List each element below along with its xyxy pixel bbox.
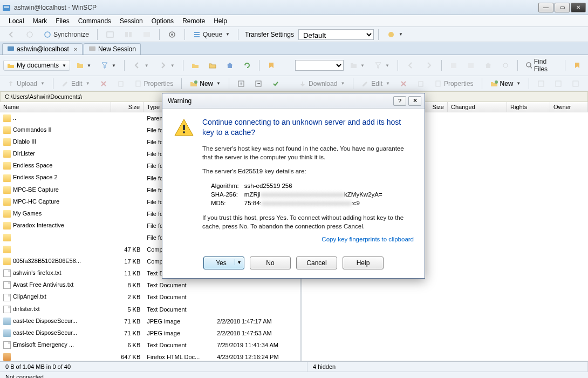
text-icon bbox=[3, 281, 11, 289]
dialog-heading: Continue connecting to an unknown server… bbox=[202, 117, 414, 138]
window-title: ashwin@localhost - WinSCP bbox=[14, 4, 538, 11]
remote-parent-button: ▼ bbox=[346, 60, 368, 71]
file-row[interactable]: east-tec DisposeSecur...71 KBJPEG image2… bbox=[0, 327, 300, 339]
new-button-right[interactable]: New▼ bbox=[487, 78, 525, 89]
menu-mark[interactable]: Mark bbox=[29, 16, 52, 26]
remote-folder-new bbox=[446, 60, 461, 71]
svg-rect-21 bbox=[136, 81, 140, 86]
file-row[interactable]: ClipAngel.txt2 KBText Document bbox=[0, 291, 300, 303]
status-hidden: 4 hidden bbox=[307, 362, 588, 372]
image-icon bbox=[3, 318, 11, 325]
svg-rect-33 bbox=[183, 125, 185, 130]
file-row[interactable]: 647 KBFirefox HTML Doc...4/23/2019 12:16… bbox=[0, 351, 300, 361]
queue-button[interactable]: Queue▼ bbox=[189, 29, 234, 40]
col-size[interactable]: Size bbox=[111, 102, 143, 112]
settings-button[interactable] bbox=[164, 29, 180, 40]
folder-icon bbox=[7, 62, 15, 69]
svg-rect-0 bbox=[3, 5, 10, 11]
folder-icon bbox=[3, 222, 11, 230]
minimize-button[interactable]: — bbox=[538, 3, 553, 12]
nav-parent-button[interactable]: ▼ bbox=[72, 60, 95, 71]
local-folder-dropdown[interactable]: My documents▼ bbox=[3, 60, 70, 71]
synchronize-button[interactable]: Synchronize bbox=[40, 29, 93, 40]
remote-refresh-button bbox=[498, 60, 513, 71]
folder-open-button[interactable] bbox=[205, 60, 220, 71]
session-tabs: ashwin@localhost ✕ New Session bbox=[0, 42, 588, 55]
folder-new-button[interactable] bbox=[188, 60, 203, 71]
folder-icon bbox=[3, 174, 11, 182]
no-button[interactable]: No bbox=[250, 256, 291, 269]
bookmark-button[interactable] bbox=[264, 60, 279, 71]
yes-button[interactable]: Yes bbox=[203, 256, 244, 269]
text-icon bbox=[3, 269, 11, 277]
console-button bbox=[102, 29, 118, 40]
svg-rect-13 bbox=[8, 46, 14, 51]
new-button-left[interactable]: New▼ bbox=[186, 78, 224, 89]
up-icon bbox=[3, 114, 11, 122]
select-minus-button[interactable]: − bbox=[251, 78, 266, 89]
remote-filter-button: ▼ bbox=[371, 60, 393, 71]
svg-text:−: − bbox=[257, 80, 261, 86]
back-button: ▼ bbox=[129, 59, 153, 71]
filter-button[interactable]: ▼ bbox=[97, 60, 120, 71]
help-button[interactable]: Help bbox=[343, 256, 384, 269]
svg-rect-28 bbox=[436, 81, 440, 86]
maximize-button[interactable]: ▭ bbox=[555, 3, 570, 12]
close-tab-icon[interactable]: ✕ bbox=[73, 46, 78, 52]
remote-bookmark-button[interactable] bbox=[570, 60, 585, 71]
transfer-settings-label: Transfer Settings bbox=[245, 31, 294, 38]
transfer-settings-select[interactable]: Default bbox=[298, 29, 374, 40]
dialog-close-icon[interactable]: ✕ bbox=[408, 96, 421, 106]
svg-rect-32 bbox=[573, 81, 578, 86]
svg-rect-14 bbox=[89, 46, 95, 51]
col-name[interactable]: Name bbox=[0, 102, 111, 112]
rcol-owner[interactable]: Owner bbox=[550, 102, 588, 112]
copy-fingerprint-link[interactable]: Copy key fingerprints to clipboard bbox=[202, 236, 414, 242]
new-session-icon bbox=[88, 45, 96, 53]
svg-point-22 bbox=[194, 80, 197, 84]
dialog-titlebar[interactable]: Warning ? ✕ bbox=[162, 93, 425, 109]
rcol-rights[interactable]: Rights bbox=[507, 102, 550, 112]
remote-folder-dropdown[interactable] bbox=[295, 60, 344, 71]
folder-icon bbox=[3, 162, 11, 170]
file-row[interactable]: east-tec DisposeSecur...71 KBJPEG image2… bbox=[0, 315, 300, 327]
text-icon bbox=[3, 294, 11, 301]
refresh-button[interactable] bbox=[240, 60, 255, 71]
dialog-help-icon[interactable]: ? bbox=[393, 96, 406, 106]
home-button[interactable] bbox=[222, 60, 237, 71]
rcol-changed[interactable]: Changed bbox=[448, 102, 507, 112]
file-row[interactable]: Avast Free Antivirus.txt8 KBText Documen… bbox=[0, 279, 300, 291]
svg-text:+: + bbox=[240, 81, 243, 87]
file-row[interactable]: Emsisoft Emergency ...6 KBText Document7… bbox=[0, 339, 300, 351]
menu-remote[interactable]: Remote bbox=[178, 16, 209, 26]
svg-rect-10 bbox=[194, 34, 200, 35]
edit-button-left: Edit▼ bbox=[58, 78, 94, 89]
nav-back-button bbox=[3, 29, 19, 40]
session-tab-active[interactable]: ashwin@localhost ✕ bbox=[2, 43, 83, 55]
close-button[interactable]: ✕ bbox=[571, 3, 586, 12]
file-row[interactable]: dirlister.txt5 KBText Document bbox=[0, 303, 300, 315]
cancel-button[interactable]: Cancel bbox=[296, 256, 337, 269]
folder-icon bbox=[3, 198, 11, 206]
menu-session[interactable]: Session bbox=[115, 16, 147, 26]
new-session-tab[interactable]: New Session bbox=[84, 43, 141, 55]
status-bar: 0 B of 1.04 MB in 0 of 40 4 hidden Not c… bbox=[0, 361, 588, 378]
select-check-button[interactable] bbox=[268, 78, 283, 89]
status-connection: Not connected. bbox=[0, 372, 588, 378]
menu-local[interactable]: Local bbox=[4, 16, 29, 26]
folder-icon bbox=[3, 138, 11, 146]
menu-options[interactable]: Options bbox=[147, 16, 178, 26]
warning-dialog: Warning ? ✕ Continue connecting to an un… bbox=[162, 93, 425, 279]
download-button: Download▼ bbox=[295, 78, 348, 89]
image-icon bbox=[3, 329, 11, 337]
remote-home-button bbox=[481, 60, 496, 71]
select-plus-button[interactable]: + bbox=[234, 78, 249, 89]
svg-point-8 bbox=[171, 33, 173, 36]
find-files-button[interactable]: Find Files bbox=[522, 56, 560, 75]
remote-folder-open bbox=[463, 60, 478, 71]
preferences-button[interactable]: ▼ bbox=[383, 29, 407, 40]
menu-files[interactable]: Files bbox=[51, 16, 73, 26]
menu-help[interactable]: Help bbox=[209, 16, 231, 26]
menu-commands[interactable]: Commands bbox=[74, 16, 115, 26]
svg-point-12 bbox=[388, 32, 394, 37]
